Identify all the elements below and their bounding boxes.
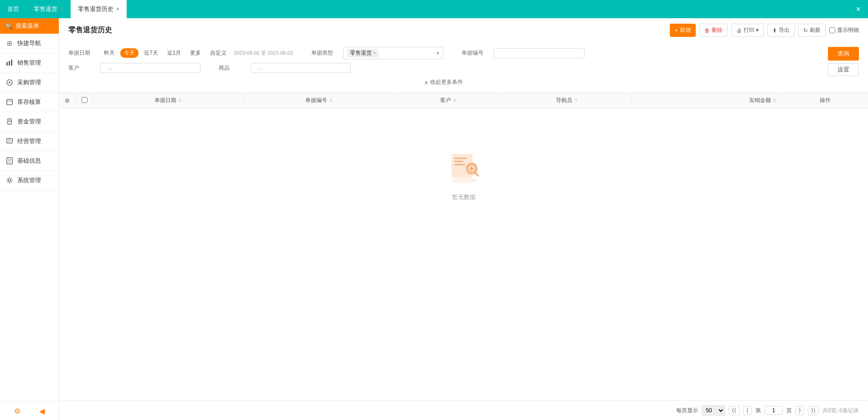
tab-retail-return-close[interactable]: × xyxy=(60,6,63,12)
filter-area: 单据日期 昨天 今天 近7天 近1月 更多 自定义 2023-06-02 至 2… xyxy=(68,42,859,92)
content-area: 零售退货历史 + + 新增 新增 🗑 删除 🖨 打印 ▾ xyxy=(59,18,868,420)
doc-no-label: 单据编号 xyxy=(462,49,493,57)
sidebar-item-finance[interactable]: 资金管理 xyxy=(0,112,59,132)
th-checkbox[interactable] xyxy=(76,93,93,108)
sidebar: 🔍 搜索菜单 ⊞ 快捷导航 销售管理 采购管理 库存核算 xyxy=(0,18,59,420)
select-all-checkbox[interactable] xyxy=(82,97,87,103)
page-label-suffix: 页 xyxy=(786,407,792,415)
sort-guide-icon: ⇅ xyxy=(574,98,578,103)
date-btn-1month[interactable]: 近1月 xyxy=(164,48,185,58)
table-wrapper: ⚙ 单据日期⇅ 单据编号⇅ 客户⇅ xyxy=(59,93,868,400)
tab-retail-return-history[interactable]: 零售退货历史 × xyxy=(71,0,127,18)
settings-button[interactable]: 设置 xyxy=(828,63,859,76)
system-mgmt-icon xyxy=(5,176,14,184)
new-button[interactable]: + + 新增 新增 xyxy=(670,24,696,37)
goods-filter-label: 商品 xyxy=(219,64,251,72)
purchase-mgmt-icon xyxy=(5,78,14,87)
sales-mgmt-icon xyxy=(5,59,14,67)
svg-rect-9 xyxy=(7,138,12,143)
settings-bottom-icon[interactable]: ⚙ xyxy=(14,407,21,415)
pagination-bar: 每页显示 50 10 20 100 ⟨⟨ ⟨ 第 页 ⟩ ⟩⟩ 共0页, 0条记… xyxy=(59,400,868,420)
query-button[interactable]: 查询 xyxy=(828,47,859,61)
page-title-row: 零售退货历史 + + 新增 新增 🗑 删除 🖨 打印 ▾ xyxy=(68,24,859,37)
sidebar-item-sales-mgmt[interactable]: 销售管理 xyxy=(0,53,59,73)
sidebar-item-inventory[interactable]: 库存核算 xyxy=(0,92,59,112)
collapse-filter-btn[interactable]: ∧ 收起更多条件 xyxy=(68,77,819,88)
sidebar-item-ops-label: 经营管理 xyxy=(17,137,41,145)
customer-filter-label: 客户 xyxy=(68,64,100,72)
svg-rect-0 xyxy=(6,62,8,66)
tab-retail-return-history-close[interactable]: × xyxy=(116,6,119,12)
th-action: 操作 xyxy=(782,93,868,108)
page-size-select[interactable]: 50 10 20 100 xyxy=(702,405,725,415)
page-label-prefix: 第 xyxy=(755,407,761,415)
display-detail-checkbox[interactable]: 显示明细 xyxy=(829,26,859,34)
th-settings[interactable]: ⚙ xyxy=(59,93,76,108)
print-icon: 🖨 xyxy=(736,27,742,34)
sidebar-search[interactable]: 🔍 搜索菜单 xyxy=(0,18,59,34)
sidebar-item-base-info[interactable]: 基础信息 xyxy=(0,151,59,171)
sidebar-item-system-label: 系统管理 xyxy=(17,176,41,184)
refresh-button[interactable]: ↻ 刷新 xyxy=(798,24,826,37)
goods-select[interactable]: ... xyxy=(251,63,351,73)
filter-row-2: 客户 ... 商品 ... xyxy=(68,63,819,73)
th-actual-amount[interactable]: 实销金额⇅ xyxy=(632,93,782,108)
toolbar: + + 新增 新增 🗑 删除 🖨 打印 ▾ ⬆ 导出 xyxy=(670,24,859,37)
display-detail-input[interactable] xyxy=(829,27,835,33)
empty-state: 暂无数据 xyxy=(59,108,868,238)
last-page-btn[interactable]: ⟩⟩ xyxy=(808,406,819,415)
next-page-btn[interactable]: ⟩ xyxy=(796,406,804,415)
svg-point-4 xyxy=(9,82,10,83)
date-btn-custom[interactable]: 自定义 xyxy=(206,48,230,58)
date-btn-today[interactable]: 今天 xyxy=(120,48,139,58)
table-header-row: ⚙ 单据日期⇅ 单据编号⇅ 客户⇅ xyxy=(59,93,868,108)
base-info-icon xyxy=(5,157,14,165)
page-title: 零售退货历史 xyxy=(68,26,112,35)
svg-rect-2 xyxy=(11,60,12,66)
export-icon: ⬆ xyxy=(772,27,777,34)
collapse-sidebar-icon[interactable]: ◀ xyxy=(39,407,45,415)
first-page-btn[interactable]: ⟨⟨ xyxy=(729,406,740,415)
inventory-icon xyxy=(5,98,14,106)
sidebar-item-ops-mgmt[interactable]: 经营管理 xyxy=(0,132,59,151)
sort-amount-icon: ⇅ xyxy=(773,98,776,103)
th-guide[interactable]: 导购员⇅ xyxy=(502,93,632,108)
export-button[interactable]: ⬆ 导出 xyxy=(767,24,795,37)
sidebar-item-quick-nav[interactable]: ⊞ 快捷导航 xyxy=(0,34,59,53)
th-doc-date[interactable]: 单据日期⇅ xyxy=(93,93,243,108)
print-button[interactable]: 🖨 打印 ▾ xyxy=(731,24,764,37)
page-header: 零售退货历史 + + 新增 新增 🗑 删除 🖨 打印 ▾ xyxy=(59,18,868,93)
svg-rect-19 xyxy=(454,158,467,159)
svg-rect-5 xyxy=(7,99,12,105)
ops-mgmt-icon xyxy=(5,137,14,145)
prev-page-btn[interactable]: ⟨ xyxy=(743,406,752,415)
date-btn-7days[interactable]: 近7天 xyxy=(140,48,162,58)
quick-nav-icon: ⊞ xyxy=(5,39,14,47)
customer-select[interactable]: ... xyxy=(100,63,200,73)
tab-home[interactable]: + 新增 首页 xyxy=(0,0,26,18)
date-range-text: 2023-06-02 至 2023-06-02 xyxy=(234,50,293,56)
doc-type-tag-close[interactable]: × xyxy=(373,51,376,56)
date-filter-group: 昨天 今天 近7天 近1月 更多 自定义 2023-06-02 至 2023-0… xyxy=(100,48,293,58)
date-btn-more[interactable]: 更多 xyxy=(186,48,205,58)
doc-type-select[interactable]: 零售退货 × ▾ xyxy=(343,47,443,59)
sidebar-search-label: 搜索菜单 xyxy=(15,22,39,30)
page-number-input[interactable] xyxy=(765,406,783,415)
delete-button[interactable]: 🗑 删除 xyxy=(699,24,728,37)
delete-icon: 🗑 xyxy=(704,27,710,34)
collapse-up-icon: ∧ xyxy=(424,79,428,86)
th-customer[interactable]: 客户⇅ xyxy=(394,93,502,108)
doc-type-arrow-icon: ▾ xyxy=(437,50,439,56)
sidebar-item-quick-nav-label: 快捷导航 xyxy=(17,39,41,47)
th-doc-no[interactable]: 单据编号⇅ xyxy=(243,93,394,108)
sidebar-item-system-mgmt[interactable]: 系统管理 xyxy=(0,171,59,190)
search-icon: 🔍 xyxy=(5,23,13,30)
window-close-button[interactable]: × xyxy=(848,5,868,14)
doc-type-tag: 零售退货 × xyxy=(347,49,379,57)
doc-no-input[interactable] xyxy=(493,48,585,58)
svg-point-16 xyxy=(8,179,11,182)
sidebar-item-purchase-mgmt[interactable]: 采购管理 xyxy=(0,73,59,92)
date-btn-yesterday[interactable]: 昨天 xyxy=(100,48,118,58)
tab-retail-return[interactable]: 零售退货 × xyxy=(26,0,71,18)
sidebar-item-finance-label: 资金管理 xyxy=(17,118,41,126)
